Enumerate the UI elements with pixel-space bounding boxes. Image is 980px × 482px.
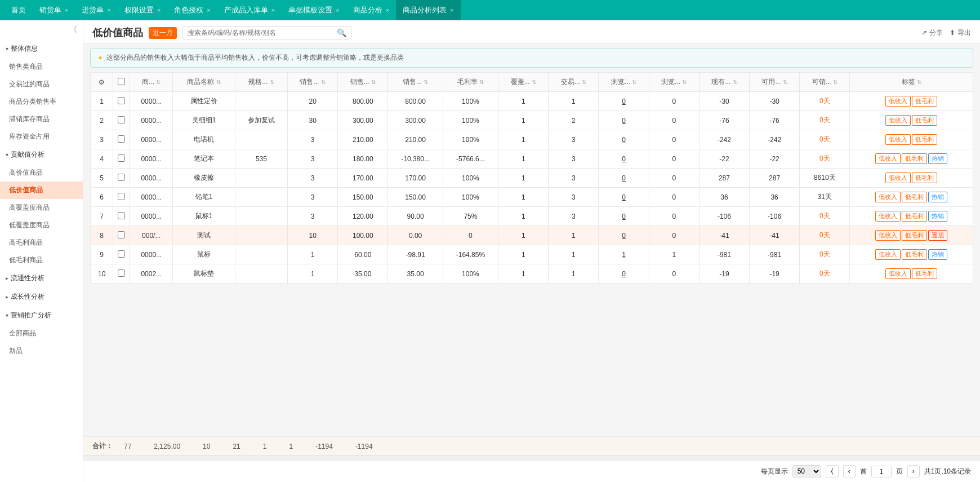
browse-link[interactable]: 0 [622, 213, 626, 220]
row-checkbox-cell[interactable] [113, 111, 130, 130]
browse-link[interactable]: 0 [622, 117, 626, 125]
col-cover-header[interactable]: 覆盖... ⇅ [498, 73, 549, 92]
sidebar-item-high-value[interactable]: 高价值商品 [0, 164, 83, 182]
row-browse1[interactable]: 0 [599, 149, 649, 169]
sidebar-collapse-button[interactable]: 《 [67, 23, 79, 37]
col-stock2-header[interactable]: 可用... ⇅ [750, 73, 800, 92]
row-checkbox-cell[interactable] [113, 169, 130, 188]
sidebar-item-low-value[interactable]: 低价值商品 [0, 182, 83, 199]
browse-link[interactable]: 0 [622, 155, 626, 163]
row-checkbox[interactable] [118, 212, 125, 219]
nav-home[interactable]: 首页 [5, 0, 33, 20]
row-browse1[interactable]: 0 [599, 188, 649, 207]
col-sale1-header[interactable]: 销售... ⇅ [338, 73, 388, 92]
next-page-button[interactable]: › [907, 465, 920, 477]
sidebar-item-new-goods[interactable]: 新品 [0, 342, 83, 360]
nav-template-settings[interactable]: 单据模板设置 × [282, 0, 346, 20]
row-browse1[interactable]: 0 [599, 130, 649, 149]
row-checkbox-cell[interactable] [113, 207, 130, 226]
row-checkbox[interactable] [118, 154, 125, 162]
col-stock1-header[interactable]: 现有... ⇅ [699, 73, 749, 92]
sidebar-item-low-coverage[interactable]: 低覆盖度商品 [0, 216, 83, 234]
close-icon[interactable]: × [157, 7, 161, 14]
col-margin-header[interactable]: 毛利率 ⇅ [443, 73, 498, 92]
col-tags-header[interactable]: 标签 ⇅ [850, 73, 973, 92]
nav-sales-order[interactable]: 销货单 × [33, 0, 75, 20]
sidebar-section-contribution[interactable]: ▾ 贡献值分析 [0, 145, 83, 164]
page-size-select[interactable]: 50 10 20 100 [792, 465, 821, 477]
recent-badge[interactable]: 近一月 [149, 27, 177, 39]
row-browse1[interactable]: 0 [599, 92, 649, 111]
col-trade-header[interactable]: 交易... ⇅ [549, 73, 599, 92]
sidebar-item-inventory-capital[interactable]: 库存资金占用 [0, 128, 83, 145]
page-number-input[interactable] [871, 466, 892, 477]
close-icon[interactable]: × [271, 7, 275, 14]
sidebar-section-circulation[interactable]: ▸ 流通性分析 [0, 269, 83, 288]
col-qty-header[interactable]: 销售... ⇅ [288, 73, 338, 92]
prev-page-button[interactable]: ‹ [843, 465, 856, 477]
row-browse1[interactable]: 0 [599, 169, 649, 188]
row-browse1[interactable]: 0 [599, 111, 649, 130]
row-checkbox-cell[interactable] [113, 149, 130, 169]
browse-link[interactable]: 0 [622, 232, 626, 240]
row-browse1[interactable]: 1 [599, 245, 649, 264]
browse-link[interactable]: 0 [622, 98, 626, 105]
sidebar-item-slow-moving[interactable]: 滞销库存商品 [0, 110, 83, 128]
row-checkbox[interactable] [118, 174, 125, 181]
row-checkbox[interactable] [118, 269, 125, 277]
col-checkbox[interactable] [113, 73, 130, 92]
close-icon[interactable]: × [450, 7, 453, 14]
col-browse2-header[interactable]: 浏览... ⇅ [649, 73, 699, 92]
search-input[interactable] [188, 29, 333, 37]
row-checkbox[interactable] [118, 116, 125, 123]
col-spec-header[interactable]: 规格... ⇅ [235, 73, 287, 92]
nav-purchase-order[interactable]: 进货单 × [75, 0, 117, 20]
col-name-header[interactable]: 商品名称 ⇅ [173, 73, 235, 92]
share-button[interactable]: ↗ 分享 [921, 28, 943, 38]
col-sale2-header[interactable]: 销售... ⇅ [388, 73, 443, 92]
sidebar-item-high-coverage[interactable]: 高覆盖度商品 [0, 199, 83, 216]
sidebar-item-high-margin[interactable]: 高毛利商品 [0, 234, 83, 251]
browse-link[interactable]: 0 [622, 193, 626, 201]
row-checkbox-cell[interactable] [113, 130, 130, 149]
close-icon[interactable]: × [336, 7, 339, 14]
row-checkbox-cell[interactable] [113, 264, 130, 284]
sidebar-section-growth[interactable]: ▸ 成长性分析 [0, 288, 83, 306]
first-page-button[interactable]: ⟨ [826, 465, 839, 477]
nav-product-inbound[interactable]: 产成品入库单 × [217, 0, 282, 20]
row-checkbox-cell[interactable] [113, 188, 130, 207]
nav-permissions[interactable]: 权限设置 × [118, 0, 167, 20]
row-checkbox-cell[interactable] [113, 92, 130, 111]
col-code-header[interactable]: 商... ⇅ [130, 73, 173, 92]
row-browse1[interactable]: 0 [599, 226, 649, 245]
export-button[interactable]: ⬆ 导出 [950, 28, 971, 38]
row-checkbox[interactable] [118, 250, 125, 258]
row-browse1[interactable]: 0 [599, 264, 649, 284]
row-checkbox[interactable] [118, 135, 125, 143]
sidebar-section-marketing[interactable]: ▾ 营销推广分析 [0, 306, 83, 325]
row-checkbox[interactable] [118, 193, 125, 200]
close-icon[interactable]: × [386, 7, 389, 14]
close-icon[interactable]: × [207, 7, 210, 14]
sidebar-item-traded-goods[interactable]: 交易过的商品 [0, 76, 83, 93]
row-browse1[interactable]: 0 [599, 207, 649, 226]
nav-role-auth[interactable]: 角色授权 × [167, 0, 217, 20]
nav-goods-analysis[interactable]: 商品分析 × [346, 0, 396, 20]
col-settings[interactable]: ⚙ [91, 73, 113, 92]
sidebar-item-low-margin[interactable]: 低毛利商品 [0, 251, 83, 269]
select-all-checkbox[interactable] [118, 78, 125, 85]
browse-link[interactable]: 0 [622, 270, 626, 278]
row-checkbox[interactable] [118, 231, 125, 238]
col-days-header[interactable]: 可销... ⇅ [800, 73, 850, 92]
row-checkbox[interactable] [118, 97, 125, 104]
horizontal-scrollbar[interactable] [83, 456, 980, 460]
sidebar-item-sales-goods[interactable]: 销售类商品 [0, 58, 83, 76]
close-icon[interactable]: × [107, 7, 110, 14]
row-checkbox-cell[interactable] [113, 226, 130, 245]
sidebar-item-category-sales-rate[interactable]: 商品分类销售率 [0, 93, 83, 110]
row-checkbox-cell[interactable] [113, 245, 130, 264]
sidebar-item-all-goods[interactable]: 全部商品 [0, 325, 83, 342]
nav-goods-analysis-list[interactable]: 商品分析列表 × [396, 0, 460, 20]
sidebar-section-overall[interactable]: ▾ 整体信息 [0, 39, 83, 58]
browse-link[interactable]: 0 [622, 174, 626, 182]
